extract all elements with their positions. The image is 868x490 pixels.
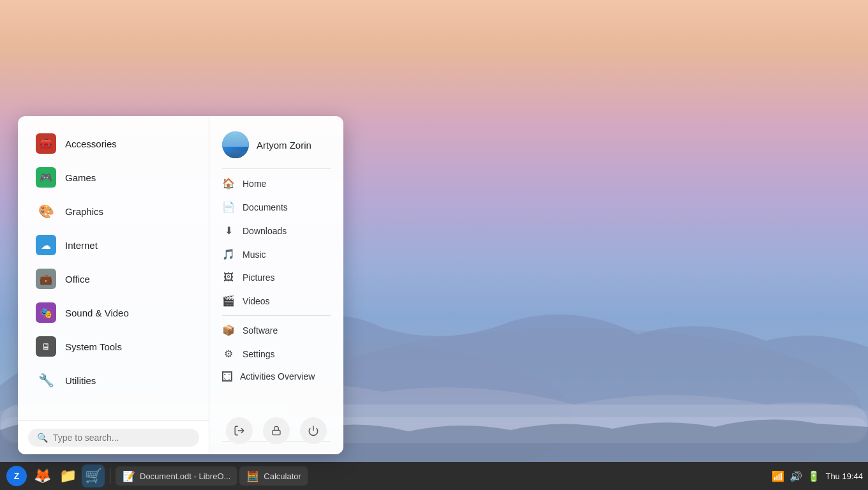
power-buttons-group bbox=[209, 412, 343, 444]
menu-item-downloads[interactable]: ⬇ Downloads bbox=[209, 219, 343, 242]
internet-label: Internet bbox=[65, 240, 98, 251]
menu-item-music[interactable]: 🎵 Music bbox=[209, 242, 343, 266]
videos-label: Videos bbox=[243, 296, 270, 306]
clock[interactable]: Thu 19:44 bbox=[825, 471, 863, 481]
internet-icon: ☁ bbox=[36, 235, 56, 255]
divider-1 bbox=[222, 168, 331, 169]
videos-icon: 🎬 bbox=[222, 295, 235, 307]
taskbar-separator bbox=[110, 468, 110, 484]
downloads-icon: ⬇ bbox=[222, 225, 235, 237]
sound-video-icon: 🎭 bbox=[36, 302, 56, 323]
software-label: Software bbox=[243, 325, 278, 336]
menu-item-pictures[interactable]: 🖼 Pictures bbox=[209, 266, 343, 289]
search-bar: 🔍 bbox=[18, 420, 209, 454]
taskbar: Z 🦊 📁 🛒 📝 Document.odt - LibreO... 🧮 Cal… bbox=[0, 462, 868, 490]
games-label: Games bbox=[65, 172, 96, 183]
activities-label: Activities Overview bbox=[240, 371, 315, 382]
document-icon: 📝 bbox=[122, 469, 136, 483]
divider-2 bbox=[222, 315, 331, 316]
taskbar-files-button[interactable]: 📁 bbox=[56, 464, 79, 487]
pictures-icon: 🖼 bbox=[222, 272, 235, 283]
accessories-icon: 🧰 bbox=[36, 133, 56, 154]
menu-item-utilities[interactable]: 🔧 Utilities bbox=[23, 364, 204, 397]
sound-video-label: Sound & Video bbox=[65, 308, 129, 318]
menu-item-accessories[interactable]: 🧰 Accessories bbox=[23, 127, 204, 160]
sound-icon[interactable]: 🔊 bbox=[789, 470, 802, 482]
music-icon: 🎵 bbox=[222, 248, 235, 260]
graphics-icon: 🎨 bbox=[36, 201, 56, 221]
svg-rect-5 bbox=[273, 430, 280, 434]
wifi-icon[interactable]: 📶 bbox=[772, 470, 784, 482]
graphics-label: Graphics bbox=[65, 206, 103, 217]
calculator-icon: 🧮 bbox=[246, 469, 260, 483]
taskbar-calculator-button[interactable]: 🧮 Calculator bbox=[239, 466, 308, 486]
menu-item-games[interactable]: 🎮 Games bbox=[23, 161, 204, 194]
menu-left-panel: 🧰 Accessories 🎮 Games 🎨 Graphics ☁ Inter… bbox=[18, 116, 209, 454]
menu-item-software[interactable]: 📦 Software bbox=[209, 318, 343, 342]
music-label: Music bbox=[243, 249, 266, 260]
menu-item-activities[interactable]: ⛶ Activities Overview bbox=[209, 366, 343, 387]
zorin-logo-text: Z bbox=[14, 471, 20, 481]
zorin-logo-button[interactable]: Z bbox=[5, 464, 28, 487]
taskbar-left: Z 🦊 📁 🛒 📝 Document.odt - LibreO... 🧮 Cal… bbox=[5, 464, 772, 487]
activities-icon: ⛶ bbox=[222, 371, 232, 382]
accessories-label: Accessories bbox=[65, 138, 117, 149]
taskbar-firefox-button[interactable]: 🦊 bbox=[31, 464, 54, 487]
zorin-logo: Z bbox=[6, 466, 27, 486]
downloads-label: Downloads bbox=[243, 226, 287, 236]
menu-item-videos[interactable]: 🎬 Videos bbox=[209, 289, 343, 313]
menu-item-documents[interactable]: 📄 Documents bbox=[209, 195, 343, 219]
documents-icon: 📄 bbox=[222, 201, 235, 213]
search-icon: 🔍 bbox=[37, 433, 48, 443]
settings-label: Settings bbox=[243, 349, 275, 359]
start-menu: 🧰 Accessories 🎮 Games 🎨 Graphics ☁ Inter… bbox=[18, 116, 343, 454]
menu-right-panel: Artyom Zorin 🏠 Home 📄 Documents ⬇ Downlo… bbox=[209, 116, 343, 454]
documents-label: Documents bbox=[243, 202, 288, 212]
home-label: Home bbox=[243, 179, 266, 189]
user-avatar bbox=[222, 131, 249, 158]
utilities-label: Utilities bbox=[65, 375, 96, 386]
document-label: Document.odt - LibreO... bbox=[140, 471, 230, 481]
menu-item-internet[interactable]: ☁ Internet bbox=[23, 228, 204, 262]
taskbar-document-button[interactable]: 📝 Document.odt - LibreO... bbox=[116, 466, 237, 486]
user-profile[interactable]: Artyom Zorin bbox=[209, 126, 343, 166]
menu-item-office[interactable]: 💼 Office bbox=[23, 262, 204, 295]
menu-item-sound-video[interactable]: 🎭 Sound & Video bbox=[23, 296, 204, 329]
system-tools-icon: 🖥 bbox=[36, 336, 56, 357]
taskbar-right: 📶 🔊 🔋 Thu 19:44 bbox=[772, 470, 863, 482]
lock-button[interactable] bbox=[263, 417, 290, 444]
power-button[interactable] bbox=[300, 417, 327, 444]
system-tools-label: System Tools bbox=[65, 341, 122, 352]
menu-item-home[interactable]: 🏠 Home bbox=[209, 172, 343, 195]
user-name: Artyom Zorin bbox=[257, 140, 311, 151]
taskbar-software-button[interactable]: 🛒 bbox=[82, 464, 105, 487]
games-icon: 🎮 bbox=[36, 167, 56, 188]
calculator-label: Calculator bbox=[264, 471, 301, 481]
search-input-wrapper: 🔍 bbox=[28, 429, 199, 447]
office-icon: 💼 bbox=[36, 269, 56, 289]
home-icon: 🏠 bbox=[222, 177, 235, 189]
settings-icon: ⚙ bbox=[222, 348, 235, 360]
search-input[interactable] bbox=[53, 433, 190, 443]
software-icon: 📦 bbox=[222, 324, 235, 336]
menu-item-graphics[interactable]: 🎨 Graphics bbox=[23, 195, 204, 228]
utilities-icon: 🔧 bbox=[36, 370, 56, 390]
office-label: Office bbox=[65, 274, 90, 285]
battery-icon[interactable]: 🔋 bbox=[807, 470, 820, 482]
logout-button[interactable] bbox=[226, 417, 253, 444]
pictures-label: Pictures bbox=[243, 272, 275, 283]
menu-item-settings[interactable]: ⚙ Settings bbox=[209, 342, 343, 366]
menu-item-system-tools[interactable]: 🖥 System Tools bbox=[23, 330, 204, 363]
